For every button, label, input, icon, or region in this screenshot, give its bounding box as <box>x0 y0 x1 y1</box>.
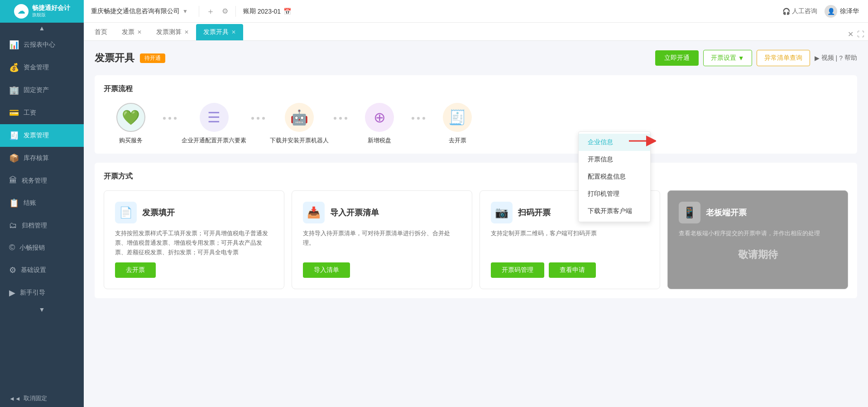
sidebar-item-inventory[interactable]: 📦 库存核算 <box>0 147 84 170</box>
avatar-icon: 👤 <box>827 8 835 15</box>
add-company-button[interactable]: ＋ <box>203 6 218 17</box>
accounting-icon: 📋 <box>9 198 19 208</box>
settings-dropdown-arrow: ▼ <box>738 54 744 62</box>
boss-invoice-icon: 📱 <box>679 202 700 223</box>
tab-invoice[interactable]: 发票 ✕ <box>115 24 149 40</box>
logo-area: ☁ 畅捷通好会计 旗舰版 <box>0 0 84 23</box>
flow-step-buy-service: 💚 购买服务 <box>104 103 158 145</box>
sidebar-item-archive-mgmt[interactable]: 🗂 归档管理 <box>0 214 84 237</box>
abnormal-list-button[interactable]: 异常清单查询 <box>757 50 810 66</box>
flow-step-go-invoice: 🧾 去开票 <box>430 103 484 145</box>
sidebar-item-tax-mgmt[interactable]: 🏛 税务管理 <box>0 170 84 192</box>
scan-invoice-title: 扫码开票 <box>518 207 551 218</box>
sidebar-scroll-down[interactable]: ▼ <box>0 304 84 315</box>
user-avatar: 👤 <box>825 5 837 18</box>
tab-invoice-test-close[interactable]: ✕ <box>184 29 189 35</box>
sidebar-item-new-guide[interactable]: ▶ 新手引导 <box>0 281 84 304</box>
import-list-button[interactable]: 导入清单 <box>303 262 350 278</box>
status-badge: 待开通 <box>140 53 165 63</box>
sidebar-label-payroll: 工资 <box>24 109 36 117</box>
sidebar-cancel-pin[interactable]: ◄◄ 取消固定 <box>0 390 84 407</box>
video-help-button[interactable]: ▶ 视频 | ? 帮助 <box>815 54 857 62</box>
tab-invoice-label: 发票 <box>122 28 134 36</box>
company-selector[interactable]: 重庆畅捷交通信息咨询有限公司 ▼ <box>84 7 195 15</box>
tab-bar: 首页 发票 ✕ 发票测算 ✕ 发票开具 ✕ ✕ ⛶ <box>84 23 868 41</box>
method-card-import-list: 📥 导入开票清单 支持导入待开票清单，可对待开票清单进行拆分、合并处理。 导入清… <box>292 190 472 289</box>
tab-actions: ✕ ⛶ <box>848 30 864 40</box>
tab-invoice-open-label: 发票开具 <box>203 28 229 36</box>
page-title: 发票开具 <box>95 51 134 65</box>
tab-maximize-button[interactable]: ⛶ <box>857 30 864 39</box>
scan-invoice-btn-area: 开票码管理 查看申请 <box>491 262 649 278</box>
config-label: 企业开通配置开票六要素 <box>182 136 246 145</box>
sidebar-item-fund-mgmt[interactable]: 💰 资金管理 <box>0 56 84 79</box>
tab-invoice-test[interactable]: 发票测算 ✕ <box>149 24 196 40</box>
qr-manage-button[interactable]: 开票码管理 <box>491 262 544 278</box>
tab-home-label: 首页 <box>95 28 107 36</box>
config-icon: ☰ <box>200 103 229 132</box>
sidebar-label-cloud-report: 云报表中心 <box>24 41 55 49</box>
page-title-row: 发票开具 待开通 立即开通 开票设置 ▼ 异常清单查询 ▶ 视频 | ? 帮助 <box>95 50 857 66</box>
period-label: 账期 <box>243 7 256 15</box>
archive-icon: 🗂 <box>9 221 17 230</box>
import-list-desc: 支持导入待开票清单，可对待开票清单进行拆分、合并处理。 <box>303 229 461 257</box>
fill-invoice-header: 📄 发票填开 <box>115 202 273 223</box>
invoice-flow-section: 开票流程 💚 购买服务 <box>95 75 857 154</box>
fill-invoice-icon: 📄 <box>115 202 137 223</box>
calendar-icon[interactable]: 📅 <box>283 8 291 15</box>
tab-close-button[interactable]: ✕ <box>848 30 854 39</box>
sidebar-item-xiaochang[interactable]: © 小畅报销 <box>0 237 84 259</box>
fill-invoice-btn-area: 去开票 <box>115 262 273 278</box>
sidebar-label-inventory: 库存核算 <box>24 154 49 162</box>
dropdown-item-printer-mgmt[interactable]: 打印机管理 <box>579 185 650 203</box>
new-guide-icon: ▶ <box>9 288 15 298</box>
view-apply-button[interactable]: 查看申请 <box>549 262 596 278</box>
flow-section-title: 开票流程 <box>104 84 848 94</box>
page-content: 发票开具 待开通 立即开通 开票设置 ▼ 异常清单查询 ▶ 视频 | ? 帮助 <box>84 41 868 407</box>
top-header: ☁ 畅捷通好会计 旗舰版 重庆畅捷交通信息咨询有限公司 ▼ ＋ ⚙ 账期 202… <box>0 0 868 23</box>
tab-home[interactable]: 首页 <box>87 24 115 40</box>
sidebar-item-payroll[interactable]: 💳 工资 <box>0 102 84 124</box>
dropdown-item-config-tax[interactable]: 配置税盘信息 <box>579 168 650 185</box>
logo-text: 畅捷通好会计 <box>32 4 70 12</box>
invoice-methods-section: 开票方式 📄 发票填开 支持按照发票样式手工填开发票；可开具增值税电子普通发票、… <box>95 163 857 298</box>
import-list-btn-area: 导入清单 <box>303 262 461 278</box>
sidebar-item-cloud-report[interactable]: 📊 云报表中心 <box>0 34 84 56</box>
connector-2 <box>246 117 270 120</box>
sidebar-label-invoice: 发票管理 <box>24 131 49 140</box>
sidebar-item-accounting[interactable]: 📋 结账 <box>0 192 84 214</box>
sidebar-item-basic-settings[interactable]: ⚙ 基础设置 <box>0 259 84 281</box>
sidebar-item-invoice-mgmt[interactable]: 🧾 发票管理 <box>0 124 84 147</box>
xiaochang-icon: © <box>9 243 15 252</box>
settings-button[interactable]: 开票设置 ▼ <box>703 50 752 66</box>
import-list-header: 📥 导入开票清单 <box>303 202 461 223</box>
connector-3 <box>329 117 352 120</box>
tab-invoice-open[interactable]: 发票开具 ✕ <box>196 24 243 40</box>
connector-4 <box>407 117 430 120</box>
dropdown-item-invoice-info[interactable]: 开票信息 <box>579 151 650 168</box>
pin-icon: ◄◄ <box>9 395 21 402</box>
sidebar-cancel-pin-label: 取消固定 <box>24 394 47 402</box>
content-area: 首页 发票 ✕ 发票测算 ✕ 发票开具 ✕ ✕ ⛶ 发票开具 <box>84 23 868 407</box>
play-icon: ▶ <box>815 54 820 62</box>
fill-invoice-button[interactable]: 去开票 <box>115 262 156 278</box>
flow-step-download: 🤖 下载并安装开票机器人 <box>270 103 329 145</box>
company-dropdown-arrow: ▼ <box>182 8 188 15</box>
tab-invoice-open-close[interactable]: ✕ <box>231 29 236 35</box>
consult-button[interactable]: 🎧 人工咨询 <box>782 7 817 15</box>
sidebar-scroll-up[interactable]: ▲ <box>0 23 84 34</box>
period-selector[interactable]: 账期 2023-01 📅 <box>240 7 295 15</box>
user-menu[interactable]: 👤 徐泽华 <box>825 5 859 18</box>
activate-button[interactable]: 立即开通 <box>655 50 699 66</box>
import-list-icon: 📥 <box>303 202 325 223</box>
header-divider-2 <box>235 6 236 17</box>
sidebar-item-fixed-assets[interactable]: 🏢 固定资产 <box>0 79 84 102</box>
boss-invoice-header: 📱 老板端开票 <box>679 202 837 223</box>
dropdown-item-download-client[interactable]: 下载开票客户端 <box>579 203 650 220</box>
settings-icon[interactable]: ⚙ <box>218 7 232 15</box>
sidebar: ▲ 📊 云报表中心 💰 资金管理 🏢 固定资产 💳 工资 🧾 发票管理 📦 库存… <box>0 23 84 407</box>
tab-invoice-close[interactable]: ✕ <box>137 29 142 35</box>
invoice-icon: 🧾 <box>9 131 19 141</box>
consult-label: 人工咨询 <box>792 7 817 15</box>
header-divider-1 <box>199 6 199 17</box>
